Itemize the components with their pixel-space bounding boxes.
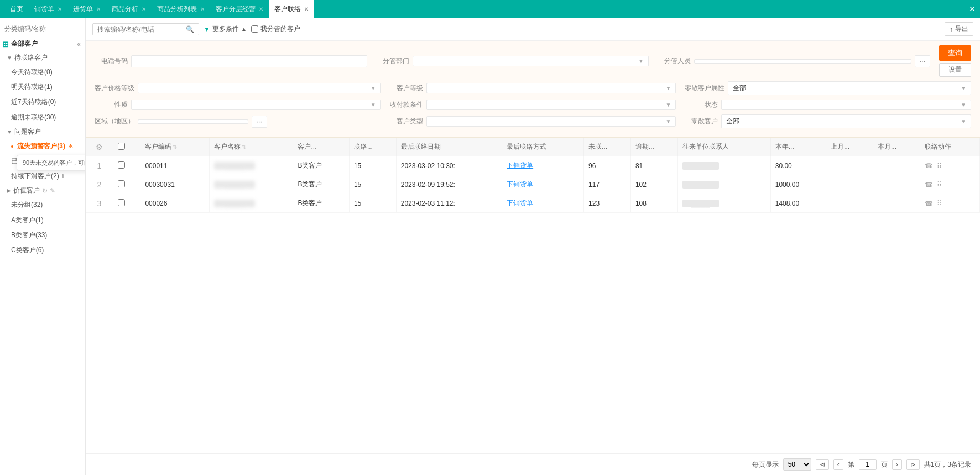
sidebar-item-today[interactable]: 今天待联络(0)	[0, 65, 85, 80]
tab-sales[interactable]: 销货单 ✕	[29, 0, 67, 18]
col-not-contact: 未联...	[584, 138, 631, 156]
sidebar-item-class-c[interactable]: C类客户(6)	[0, 243, 85, 258]
window-close-button[interactable]: ✕	[969, 4, 976, 13]
my-customers-check[interactable]	[251, 25, 258, 33]
sidebar-group-value[interactable]: ▶ 价值客户 ↻ ✎	[0, 184, 85, 197]
chevron-down-icon: ▼	[665, 118, 671, 124]
close-icon[interactable]: ✕	[58, 6, 62, 12]
settings-button[interactable]: 设置	[939, 63, 971, 77]
close-icon[interactable]: ✕	[200, 6, 205, 12]
next-page-btn[interactable]: ›	[892, 459, 902, 470]
contact-icon[interactable]: ☎	[925, 162, 933, 170]
edit-icon[interactable]: ✎	[50, 187, 55, 195]
query-button[interactable]: 查询	[939, 45, 971, 61]
field-payment: 收付款条件 ▼	[390, 100, 676, 110]
more-actions-icon[interactable]: ⠿	[937, 181, 942, 189]
close-icon[interactable]: ✕	[304, 6, 309, 12]
col-last-month: 上月...	[826, 138, 873, 156]
select-all-checkbox[interactable]	[118, 143, 125, 150]
price-grade-select[interactable]: ▼	[138, 83, 381, 93]
more-actions-icon[interactable]: ⠿	[937, 200, 942, 207]
tab-home[interactable]: 首页	[4, 0, 29, 18]
sidebar-item-tomorrow[interactable]: 明天待联络(1)	[0, 80, 85, 95]
close-icon[interactable]: ✕	[96, 6, 101, 12]
sidebar-group-problem[interactable]: ▼ 问题客户	[0, 125, 85, 139]
per-page-select[interactable]: 50 10 20 100	[783, 458, 811, 471]
tab-customer-tier[interactable]: 客户分层经营 ✕	[210, 0, 269, 18]
tab-customer-contact[interactable]: 客户联络 ✕	[269, 0, 314, 18]
sidebar-item-churn-warning[interactable]: 流失预警客户(3) ⚠	[0, 139, 85, 154]
customer-grade-select[interactable]: ▼	[426, 83, 676, 93]
sidebar-item-7days[interactable]: 近7天待联络(0)	[0, 95, 85, 109]
row-checkbox[interactable]	[118, 161, 125, 169]
row-checkbox-cell[interactable]	[113, 156, 140, 175]
sidebar-item-ungrouped[interactable]: 未分组(32)	[0, 197, 85, 212]
zero-customer-select[interactable]: 全部 ▼	[721, 114, 971, 128]
contact-icon[interactable]: ☎	[925, 181, 933, 189]
row-overdue: 81	[630, 156, 677, 175]
row-contact-count: 15	[349, 194, 396, 213]
customer-type-select[interactable]: ▼	[426, 116, 676, 127]
prev-page-btn[interactable]: ‹	[833, 459, 843, 470]
row-last-date: 2023-02-09 19:52:	[396, 175, 502, 194]
sidebar-root-header[interactable]: ⊞ 全部客户 «	[0, 37, 85, 51]
sidebar-item-class-b[interactable]: B类客户(33)	[0, 228, 85, 243]
row-checkbox[interactable]	[118, 180, 125, 187]
col-name[interactable]: 客户名称 ⇅	[210, 138, 293, 156]
sidebar-item-overdue-contact[interactable]: 逾期未联络(30)	[0, 110, 85, 125]
row-this-month	[873, 156, 920, 175]
row-action-icons[interactable]: ☎ ⠿	[920, 194, 979, 213]
search-input[interactable]	[97, 25, 186, 33]
first-page-btn[interactable]: ⊲	[816, 459, 829, 470]
manager-select[interactable]	[694, 59, 911, 64]
row-code: 00030031	[140, 175, 210, 194]
manager-more-btn[interactable]: ···	[915, 55, 930, 67]
close-icon[interactable]: ✕	[142, 6, 146, 12]
col-settings[interactable]: ⚙	[86, 138, 113, 156]
row-last-method[interactable]: 下销货单	[502, 194, 584, 213]
row-action-icons[interactable]: ☎ ⠿	[920, 175, 979, 194]
status-select[interactable]: ▼	[721, 100, 971, 110]
collapse-icon[interactable]: «	[77, 40, 81, 48]
row-action-icons[interactable]: ☎ ⠿	[920, 156, 979, 175]
tab-purchase[interactable]: 进货单 ✕	[67, 0, 106, 18]
my-customers-checkbox[interactable]: 我分管的客户	[251, 24, 300, 34]
row-last-method[interactable]: 下销货单	[502, 175, 584, 194]
payment-select[interactable]: ▼	[426, 100, 676, 110]
row-type: B类客户	[293, 194, 349, 213]
row-last-method[interactable]: 下销货单	[502, 156, 584, 175]
export-btn[interactable]: ↑ 导出	[945, 22, 973, 36]
close-icon[interactable]: ✕	[259, 6, 263, 12]
sidebar-item-class-a[interactable]: A类客户(1)	[0, 213, 85, 228]
row-checkbox-cell[interactable]	[113, 175, 140, 194]
refresh-icon[interactable]: ↻	[42, 187, 48, 195]
phone-input[interactable]	[131, 55, 367, 67]
nature-select[interactable]: ▼	[131, 100, 381, 110]
zero-attr-select[interactable]: 全部 ▼	[728, 81, 971, 95]
warning-icon: ⚠	[68, 143, 73, 149]
sidebar-group-pending[interactable]: ▼ 待联络客户	[0, 51, 85, 65]
tab-goods-analysis-list[interactable]: 商品分析列表 ✕	[152, 0, 210, 18]
field-customer-grade: 客户等级 ▼	[390, 83, 676, 93]
col-code[interactable]: 客户编码 ⇅	[140, 138, 210, 156]
search-box[interactable]: 🔍	[92, 23, 199, 35]
sidebar-item-declining[interactable]: 持续下滑客户(2) ℹ	[0, 169, 85, 184]
region-more-btn[interactable]: ···	[252, 116, 267, 128]
field-customer-type: 客户类型 ▼	[390, 116, 676, 127]
region-select[interactable]	[138, 119, 248, 124]
sidebar-search-input[interactable]	[4, 25, 86, 33]
row-checkbox[interactable]	[118, 199, 125, 206]
more-conditions-btn[interactable]: ▼ 更多条件 ▲	[204, 24, 247, 34]
department-select[interactable]: ▼	[413, 56, 649, 66]
tab-goods-analysis[interactable]: 商品分析 ✕	[106, 0, 152, 18]
more-actions-icon[interactable]: ⠿	[937, 162, 942, 170]
search-icon[interactable]: 🔍	[186, 25, 194, 33]
sidebar-search-bar[interactable]: 🔍	[0, 22, 85, 35]
last-page-btn[interactable]: ⊳	[906, 459, 920, 470]
row-checkbox-cell[interactable]	[113, 194, 140, 213]
row-not-contact: 96	[584, 156, 631, 175]
page-number-input[interactable]	[859, 459, 877, 470]
col-checkbox-all[interactable]	[113, 138, 140, 156]
table-row: 2 00030031 ████ B类客户 15 2023-02-09 19:52…	[86, 175, 980, 194]
contact-icon[interactable]: ☎	[925, 200, 933, 207]
